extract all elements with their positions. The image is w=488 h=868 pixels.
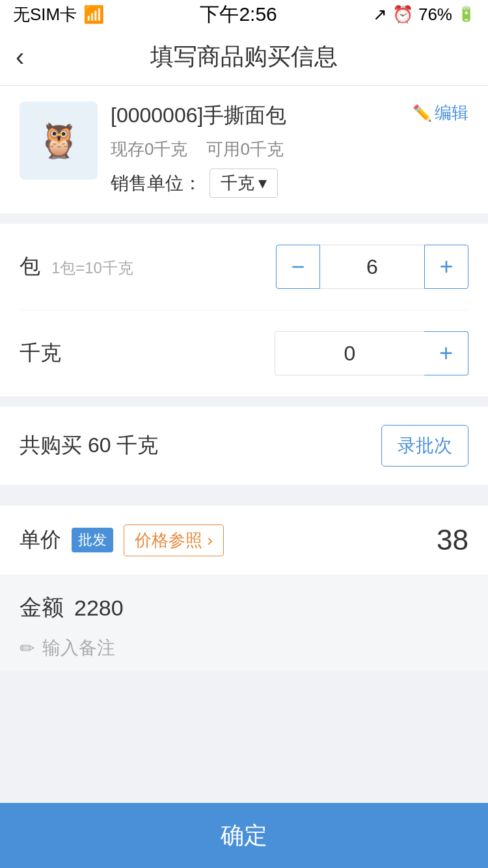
edit-label: 编辑 — [435, 102, 468, 124]
product-image-icon: 🦉 — [38, 121, 80, 161]
pencil-icon: ✏ — [20, 638, 34, 659]
kg-qty-row: 千克 + — [20, 310, 468, 396]
carrier-label: 无SIM卡 — [13, 3, 77, 26]
status-left: 无SIM卡 📶 — [13, 3, 104, 26]
price-value: 38 — [437, 524, 468, 556]
price-badge: 批发 — [72, 528, 113, 552]
status-right: ↗ ⏰ 76% 🔋 — [373, 5, 475, 25]
remark-row[interactable]: ✏ 输入备注 — [20, 636, 468, 660]
divider-1 — [0, 396, 488, 407]
product-unit-row: 销售单位： 千克 ▾ — [111, 169, 468, 198]
amount-section: 金额 2280 ✏ 输入备注 — [0, 575, 488, 671]
unit-label: 销售单位： — [111, 171, 202, 196]
product-card: 🦉 [0000006]手撕面包 现存0千克 可用0千克 销售单位： 千克 ▾ ✏… — [0, 86, 488, 213]
kg-qty-input[interactable] — [275, 331, 424, 375]
price-label-row: 单价 批发 价格参照 › — [20, 524, 224, 556]
package-label: 包 — [20, 254, 40, 278]
divider-2 — [0, 495, 488, 506]
location-icon: ↗ — [373, 5, 387, 25]
unit-selector[interactable]: 千克 ▾ — [210, 169, 278, 198]
alarm-icon: ⏰ — [392, 5, 413, 25]
product-stock: 现存0千克 可用0千克 — [111, 138, 468, 161]
edit-button[interactable]: ✏️ 编辑 — [413, 102, 468, 124]
amount-label: 金额 — [20, 593, 64, 623]
nav-bar: ‹ 填写商品购买信息 — [0, 29, 488, 86]
package-qty-row: 包 1包=10千克 − + — [20, 224, 468, 310]
wifi-icon: 📶 — [83, 5, 104, 25]
package-plus-button[interactable]: + — [424, 245, 468, 289]
package-section: 包 1包=10千克 − + 千克 + — [0, 224, 488, 396]
price-label: 单价 — [20, 526, 61, 554]
unit-value: 千克 — [221, 172, 254, 195]
status-time: 下午2:56 — [200, 1, 277, 28]
package-minus-button[interactable]: − — [276, 245, 320, 289]
kg-plus-button[interactable]: + — [424, 331, 468, 375]
status-bar: 无SIM卡 📶 下午2:56 ↗ ⏰ 76% 🔋 — [0, 0, 488, 29]
remark-placeholder: 输入备注 — [42, 636, 115, 660]
confirm-bar[interactable]: 确定 — [0, 803, 488, 868]
battery-icon: 🔋 — [457, 6, 475, 23]
battery-label: 76% — [418, 5, 452, 25]
package-sublabel: 1包=10千克 — [51, 259, 133, 277]
page-title: 填写商品购买信息 — [150, 41, 338, 73]
kg-label: 千克 — [20, 341, 61, 364]
price-section: 单价 批发 价格参照 › 38 — [0, 506, 488, 575]
amount-row: 金额 2280 — [20, 593, 468, 623]
product-image: 🦉 — [20, 102, 98, 180]
confirm-button[interactable]: 确定 — [221, 820, 267, 852]
package-qty-controls: − + — [276, 245, 468, 289]
price-ref-button[interactable]: 价格参照 › — [124, 524, 224, 556]
summary-text: 共购买 60 千克 — [20, 431, 158, 460]
edit-icon: ✏️ — [413, 104, 432, 122]
amount-value: 2280 — [74, 595, 124, 621]
kg-label-group: 千克 — [20, 339, 61, 368]
summary-section: 共购买 60 千克 录批次 — [0, 407, 488, 485]
package-label-group: 包 1包=10千克 — [20, 252, 133, 281]
batch-button[interactable]: 录批次 — [381, 425, 468, 467]
package-qty-input[interactable] — [320, 245, 424, 289]
kg-qty-controls: + — [275, 331, 468, 375]
unit-dropdown-icon: ▾ — [258, 173, 267, 193]
back-button[interactable]: ‹ — [16, 42, 24, 72]
